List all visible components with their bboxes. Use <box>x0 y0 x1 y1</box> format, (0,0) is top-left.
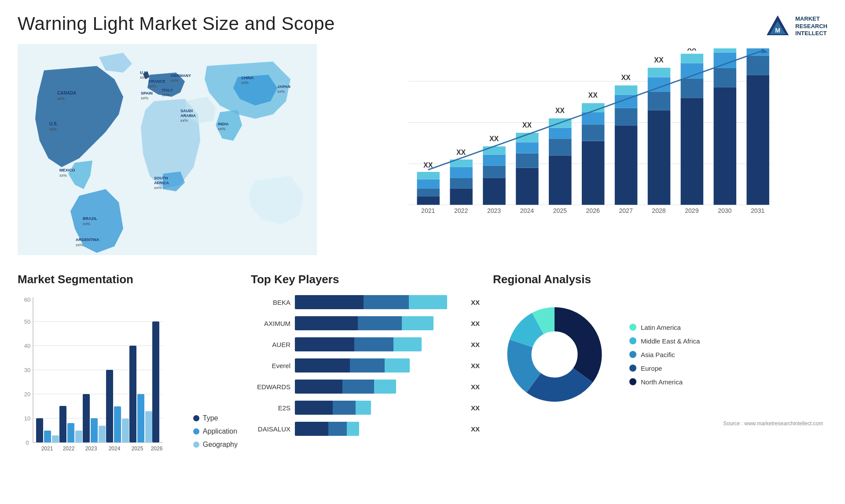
donut-chart <box>493 293 616 416</box>
bar-2024: XX 2024 <box>516 121 538 215</box>
svg-rect-40 <box>417 197 439 205</box>
svg-rect-139 <box>129 346 136 442</box>
svg-rect-124 <box>44 431 51 442</box>
svg-text:U.K.: U.K. <box>140 70 148 75</box>
svg-rect-48 <box>450 167 472 178</box>
svg-text:xx%: xx% <box>59 173 67 178</box>
player-e2s: E2S XX <box>251 401 480 415</box>
player-beka: BEKA XX <box>251 295 480 309</box>
top-section: CANADA xx% U.S. xx% MEXICO xx% BRAZIL xx… <box>0 44 845 264</box>
svg-rect-100 <box>746 75 769 205</box>
svg-text:20: 20 <box>24 391 30 398</box>
svg-text:xx%: xx% <box>241 80 249 85</box>
svg-rect-133 <box>99 426 106 442</box>
svg-rect-141 <box>145 411 152 442</box>
middle-east-dot <box>629 337 636 344</box>
player-auer: AUER XX <box>251 337 480 351</box>
svg-text:ITALY: ITALY <box>162 88 173 92</box>
svg-rect-95 <box>713 68 736 88</box>
svg-rect-91 <box>681 54 703 63</box>
application-dot <box>193 428 199 435</box>
legend-latin-america: Latin America <box>629 324 700 331</box>
player-xx-e2s: XX <box>471 404 480 412</box>
svg-text:ARGENTINA: ARGENTINA <box>76 237 99 242</box>
segmentation-chart-svg: 0 10 20 30 40 50 60 <box>18 293 167 460</box>
source-text: Source : www.marketresearchintellect.com <box>493 420 827 427</box>
player-bar-e2s <box>295 401 464 415</box>
segmentation-title: Market Segmentation <box>18 273 238 286</box>
players-list: BEKA XX AXIMUM <box>251 295 480 436</box>
svg-text:xx%: xx% <box>83 222 90 226</box>
player-xx-aximum: XX <box>471 320 480 327</box>
svg-text:INDIA: INDIA <box>218 122 229 126</box>
svg-text:xx%: xx% <box>180 118 188 123</box>
svg-text:2021: 2021 <box>421 207 435 214</box>
svg-rect-89 <box>681 78 703 98</box>
svg-text:xx%: xx% <box>140 75 147 80</box>
player-name-auer: AUER <box>251 341 290 348</box>
svg-rect-125 <box>52 435 59 442</box>
svg-text:2024: 2024 <box>109 446 121 452</box>
svg-rect-43 <box>417 172 439 179</box>
legend-middle-east-africa: Middle East & Africa <box>629 337 700 345</box>
svg-rect-52 <box>483 178 505 205</box>
svg-rect-65 <box>549 139 571 155</box>
svg-text:60: 60 <box>24 296 30 303</box>
svg-text:SAUDI: SAUDI <box>180 109 193 113</box>
logo-icon: M <box>764 13 791 40</box>
svg-rect-82 <box>648 110 670 205</box>
player-name-e2s: E2S <box>251 404 290 412</box>
legend-geography: Geography <box>193 441 238 449</box>
regional-chart-wrap: Latin America Middle East & Africa Asia … <box>493 293 827 416</box>
segmentation-legend: Type Application Geography <box>189 414 238 462</box>
svg-rect-79 <box>615 85 637 95</box>
north-america-dot <box>629 378 636 385</box>
asia-pacific-dot <box>629 351 636 358</box>
svg-rect-71 <box>582 124 604 141</box>
player-daisalux: DAISALUX XX <box>251 422 480 436</box>
legend-asia-pacific: Asia Pacific <box>629 351 700 358</box>
svg-rect-132 <box>91 418 98 442</box>
player-xx-everel: XX <box>471 362 480 369</box>
svg-text:40: 40 <box>24 343 30 349</box>
svg-rect-60 <box>516 142 538 153</box>
svg-text:ARABIA: ARABIA <box>180 113 196 118</box>
svg-text:50: 50 <box>24 318 30 325</box>
player-xx-edwards: XX <box>471 383 480 391</box>
svg-text:2025: 2025 <box>553 207 567 214</box>
svg-rect-127 <box>59 406 66 442</box>
svg-rect-77 <box>615 108 637 126</box>
svg-text:XX: XX <box>456 149 466 156</box>
svg-text:SPAIN: SPAIN <box>141 91 153 95</box>
svg-text:2029: 2029 <box>685 207 698 214</box>
svg-rect-101 <box>746 56 769 75</box>
svg-rect-97 <box>713 48 736 52</box>
svg-rect-53 <box>483 166 505 178</box>
svg-rect-59 <box>516 153 538 168</box>
svg-rect-54 <box>483 155 505 166</box>
svg-text:XX: XX <box>522 121 532 129</box>
bar-2030: XX 2030 <box>713 48 736 214</box>
segmentation-area: Market Segmentation 0 10 20 30 40 50 60 <box>18 273 238 504</box>
svg-text:xx%: xx% <box>277 89 285 94</box>
player-name-daisalux: DAISALUX <box>251 425 290 433</box>
svg-text:XX: XX <box>555 107 565 114</box>
svg-text:2027: 2027 <box>619 207 632 214</box>
svg-text:xx%: xx% <box>162 93 169 97</box>
svg-text:XX: XX <box>588 91 598 99</box>
svg-rect-76 <box>615 126 637 205</box>
bar-2026: XX 2026 <box>582 91 604 214</box>
logo-text: MARKET RESEARCH INTELLECT <box>795 15 827 38</box>
svg-text:xx%: xx% <box>76 243 83 247</box>
svg-rect-58 <box>516 168 538 205</box>
svg-text:BRAZIL: BRAZIL <box>83 216 97 221</box>
svg-text:SOUTH: SOUTH <box>154 176 168 180</box>
page-title: Warning Light Market Size and Scope <box>18 13 335 34</box>
svg-rect-64 <box>549 155 571 205</box>
legend-type: Type <box>193 414 238 422</box>
svg-rect-66 <box>549 128 571 139</box>
bottom-section: Market Segmentation 0 10 20 30 40 50 60 <box>0 264 845 504</box>
player-bar-everel <box>295 358 464 373</box>
logo: M MARKET RESEARCH INTELLECT <box>764 13 827 40</box>
player-bar-beka <box>295 295 464 309</box>
